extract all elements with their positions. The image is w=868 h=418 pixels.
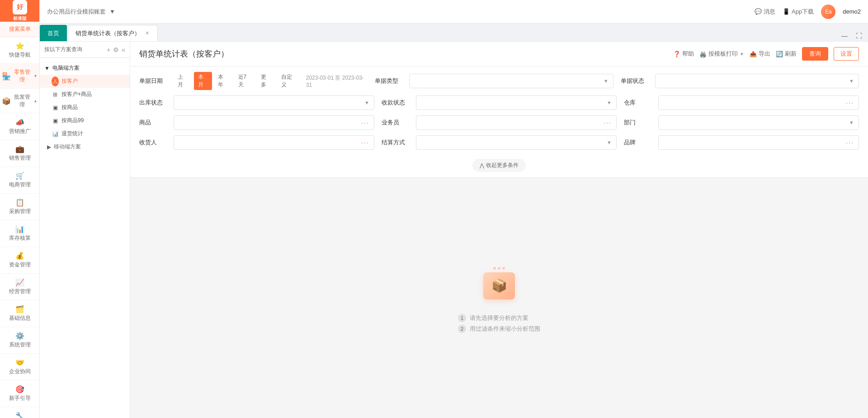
tab-close-icon[interactable]: ✕ bbox=[144, 30, 150, 37]
department-chevron-icon: ▼ bbox=[849, 120, 854, 125]
message-icon: 💬 bbox=[755, 8, 762, 15]
grid-icon: ⊞ bbox=[52, 91, 59, 98]
breadcrumb: 办公用品行业模拟账套 bbox=[47, 8, 106, 16]
date-last-month[interactable]: 上月 bbox=[174, 72, 192, 90]
sidebar-item-system[interactable]: ⚙️ 系统管理 bbox=[0, 327, 39, 354]
sidebar-item-quicknav[interactable]: ⭐ 快捷导航 bbox=[0, 37, 39, 64]
sidebar-item-inventory[interactable]: 📊 库存核算 bbox=[0, 220, 39, 247]
scheme-header-actions: + ⚙ « bbox=[107, 46, 125, 53]
warehouse-dots-icon: ··· bbox=[846, 99, 854, 106]
date-more[interactable]: 更多 bbox=[257, 72, 275, 90]
tree-subgroup-arrow: ▶ bbox=[47, 144, 51, 150]
header-right: 💬 消息 📱 App下载 Ea demo2 bbox=[755, 5, 861, 19]
page-title-bar: 销货单统计表（按客户） ❓ 帮助 🖨️ 按模板打印 ▼ 📤 bbox=[130, 42, 868, 66]
sidebar-item-label: 新手引导 bbox=[9, 394, 31, 402]
main-area: 办公用品行业模拟账套 ▼ 💬 消息 📱 App下载 Ea demo2 首页 销货… bbox=[40, 0, 868, 418]
brand-input[interactable]: ··· bbox=[658, 135, 859, 150]
sidebar-item-apps[interactable]: 🔧 应用中心 bbox=[0, 407, 39, 418]
export-button[interactable]: 📤 导出 bbox=[750, 50, 770, 58]
tree-group-mobile[interactable]: ▶ 移动端方案 bbox=[40, 140, 130, 153]
tree-item-by-customer-goods[interactable]: ⊞ 按客户+商品 bbox=[40, 88, 130, 101]
date-this-year[interactable]: 本年 bbox=[214, 72, 232, 90]
receipt-status-select[interactable]: ▼ bbox=[416, 95, 617, 110]
order-status-label: 单据状态 bbox=[621, 77, 648, 85]
tree-item-by-goods-99[interactable]: ▣ 按商品99 bbox=[40, 114, 130, 127]
tab-minimize-button[interactable]: — bbox=[839, 30, 850, 41]
refresh-label: 刷新 bbox=[785, 50, 797, 58]
search-menu-button[interactable]: 搜索菜单 bbox=[0, 22, 39, 37]
date-custom[interactable]: 自定义 bbox=[277, 72, 301, 90]
tree-group-arrow: ▼ bbox=[44, 65, 50, 71]
settings-button[interactable]: 设置 bbox=[834, 47, 859, 61]
sidebar-item-wholesale[interactable]: 📦 批发管理 ▲ bbox=[0, 89, 39, 114]
department-select[interactable]: ▼ bbox=[658, 115, 859, 130]
page-title-row: 销货单统计表（按客户） ❓ 帮助 🖨️ 按模板打印 ▼ 📤 bbox=[139, 47, 859, 61]
order-type-select[interactable]: ▼ bbox=[409, 74, 613, 88]
settings-scheme-icon[interactable]: ⚙ bbox=[113, 46, 119, 53]
download-icon: 📱 bbox=[783, 8, 790, 15]
tree-item-by-goods[interactable]: ▣ 按商品 bbox=[40, 101, 130, 114]
out-status-select[interactable]: ▼ bbox=[174, 95, 374, 110]
receiver-input[interactable]: ··· bbox=[174, 135, 374, 150]
settlement-select[interactable]: ▼ bbox=[416, 135, 617, 150]
warehouse-label: 仓库 bbox=[624, 99, 651, 107]
sidebar-item-basics[interactable]: 🗂️ 基础信息 bbox=[0, 300, 39, 327]
page-title: 销货单统计表（按客户） bbox=[139, 48, 229, 59]
sidebar-item-collab[interactable]: 🤝 企业协同 bbox=[0, 354, 39, 380]
tab-sales-stat[interactable]: 销货单统计表（按客户） ✕ bbox=[68, 25, 158, 41]
tree-item-label: 按商品 bbox=[61, 104, 78, 111]
date-last-7days[interactable]: 近7天 bbox=[234, 72, 255, 90]
sales-icon: 💼 bbox=[15, 145, 24, 153]
tab-home-label: 首页 bbox=[47, 29, 59, 38]
print-button[interactable]: 🖨️ 按模板打印 ▼ bbox=[699, 50, 744, 58]
chart-icon: 📊 bbox=[52, 130, 59, 138]
order-status-select[interactable]: ▼ bbox=[655, 74, 859, 88]
sidebar-item-marketing[interactable]: 📣 营销推广 bbox=[0, 114, 39, 140]
date-this-month[interactable]: 本月 bbox=[194, 72, 212, 90]
tab-maximize-button[interactable]: ⛶ bbox=[854, 30, 864, 41]
warehouse-input[interactable]: ··· bbox=[658, 95, 859, 110]
goods-input[interactable]: ··· bbox=[174, 115, 374, 130]
system-icon: ⚙️ bbox=[15, 332, 24, 340]
salesperson-input[interactable]: ··· bbox=[416, 115, 617, 130]
collapse-filters-button[interactable]: ⋀ 收起更多条件 bbox=[472, 159, 526, 172]
empty-hint-2-text: 用过滤条件来缩小分析范围 bbox=[470, 325, 540, 333]
order-status-chevron-icon: ▼ bbox=[849, 78, 854, 84]
basics-icon: 🗂️ bbox=[15, 305, 24, 314]
add-scheme-icon[interactable]: + bbox=[107, 46, 110, 53]
content-area: 按以下方案查询 + ⚙ « ▼ 电脑端方案 人 按客户 bbox=[40, 42, 868, 418]
message-button[interactable]: 💬 消息 bbox=[755, 8, 775, 16]
settlement-label: 结算方式 bbox=[382, 138, 409, 147]
empty-hint-2: 2 用过滤条件来缩小分析范围 bbox=[458, 325, 540, 333]
sidebar-item-ecommerce[interactable]: 🛒 电商管理 bbox=[0, 167, 39, 194]
sidebar-item-retail[interactable]: 🏪 零售管理 ▼ bbox=[0, 64, 39, 89]
sidebar: 好 标准版 搜索菜单 ⭐ 快捷导航 🏪 零售管理 ▼ 📦 批发管理 ▲ 📣 营销… bbox=[0, 0, 40, 418]
tree-subgroup-label: 移动端方案 bbox=[54, 143, 81, 151]
person-icon: 人 bbox=[52, 78, 59, 85]
collapse-scheme-icon[interactable]: « bbox=[122, 46, 125, 53]
help-button[interactable]: ❓ 帮助 bbox=[673, 50, 694, 58]
refresh-button[interactable]: 🔄 刷新 bbox=[776, 50, 797, 58]
app-download-button[interactable]: 📱 App下载 bbox=[783, 8, 814, 16]
query-button[interactable]: 查询 bbox=[802, 47, 828, 61]
purchase-icon: 📋 bbox=[15, 198, 24, 207]
smoke-decoration bbox=[493, 267, 505, 270]
tree-item-by-customer[interactable]: 人 按客户 bbox=[40, 75, 130, 88]
sidebar-item-newbie[interactable]: 🎯 新手引导 bbox=[0, 380, 39, 407]
tree-item-return-stat[interactable]: 📊 退货统计 bbox=[40, 127, 130, 140]
sidebar-item-finance[interactable]: 💰 资金管理 bbox=[0, 247, 39, 274]
tab-home[interactable]: 首页 bbox=[40, 25, 67, 41]
sidebar-item-label: 系统管理 bbox=[9, 341, 31, 349]
sidebar-item-sales[interactable]: 💼 销售管理 bbox=[0, 140, 39, 167]
sidebar-item-label: 经营管理 bbox=[9, 288, 31, 295]
apps-icon: 🔧 bbox=[15, 412, 24, 418]
sidebar-item-label: 批发管理 bbox=[12, 93, 33, 109]
filter-area: 单据日期 上月 本月 本年 近7天 更多 自定义 2023-03-01 至 20… bbox=[130, 66, 868, 178]
collapse-up-icon: ⋀ bbox=[480, 162, 484, 169]
scheme-header: 按以下方案查询 + ⚙ « bbox=[40, 42, 130, 58]
ecommerce-icon: 🛒 bbox=[15, 171, 24, 180]
user-name[interactable]: demo2 bbox=[843, 8, 861, 15]
sidebar-item-purchase[interactable]: 📋 采购管理 bbox=[0, 194, 39, 220]
tree-group-desktop[interactable]: ▼ 电脑端方案 bbox=[40, 62, 130, 75]
sidebar-item-operations[interactable]: 📈 经营管理 bbox=[0, 274, 39, 300]
